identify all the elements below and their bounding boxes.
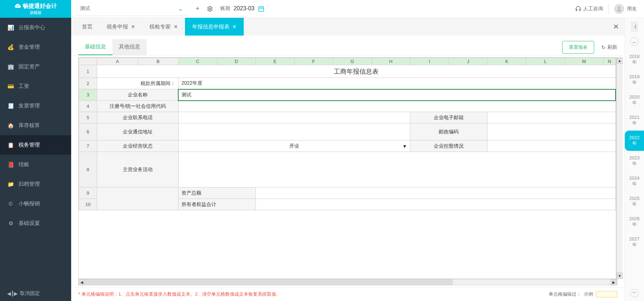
sidebar-unpin[interactable]: ◀┃▶ 取消固定 — [0, 286, 71, 301]
col-header[interactable]: J — [449, 58, 487, 65]
equity-label[interactable]: 所有者权益合计 — [178, 199, 255, 210]
period-value-cell[interactable]: 2022年度 — [178, 78, 616, 89]
user-section[interactable]: 用友 — [608, 4, 637, 14]
row-header[interactable]: 3 — [79, 89, 97, 101]
year-item[interactable]: 2022年 — [625, 131, 644, 151]
col-header[interactable]: D — [217, 58, 256, 65]
year-item[interactable]: 2020年 — [625, 90, 644, 110]
row-header[interactable]: 4 — [79, 101, 97, 112]
company-name-value[interactable]: 测试 — [178, 89, 616, 101]
close-icon[interactable]: ✕ — [174, 24, 178, 30]
scroll-down-icon[interactable]: ▼ — [617, 273, 623, 279]
consult-button[interactable]: 人工咨询 — [575, 6, 603, 12]
status-label[interactable]: 企业经营状态 — [97, 141, 179, 152]
collapse-right-icon[interactable]: 《 — [631, 21, 638, 32]
address-label[interactable]: 企业通信地址 — [97, 123, 179, 141]
tab-annual-report[interactable]: 年报信息申报表 ✕ — [185, 18, 244, 36]
reg-number-value[interactable] — [178, 101, 616, 112]
account-selector[interactable]: 测试 ⌄ — [75, 2, 189, 16]
col-header[interactable]: G — [333, 58, 372, 65]
col-header[interactable]: A — [97, 58, 138, 65]
company-name-label[interactable]: 企业名称 — [97, 89, 179, 101]
close-all-icon[interactable]: ✕ — [613, 22, 619, 31]
col-header[interactable]: H — [371, 58, 410, 65]
corner-cell[interactable] — [79, 58, 97, 65]
sidebar-item-archive[interactable]: 📁 归档管理 — [0, 174, 71, 194]
col-header[interactable]: I — [410, 58, 449, 65]
email-label[interactable]: 企业电子邮箱 — [410, 112, 487, 123]
sidebar-item-assets[interactable]: 🏢 固定资产 — [0, 57, 71, 76]
close-icon[interactable]: ✕ — [232, 24, 237, 30]
year-item[interactable]: 2024年 — [625, 171, 644, 191]
tab-declaration[interactable]: 税务申报 ✕ — [100, 18, 142, 36]
year-item[interactable]: 2026年 — [625, 212, 644, 232]
col-header[interactable]: F — [294, 58, 333, 65]
sidebar-item-settings[interactable]: ⚙ 基础设置 — [0, 213, 71, 233]
sidebar-item-invoice[interactable]: 🧾 发票管理 — [0, 96, 71, 116]
address-value[interactable] — [178, 123, 410, 141]
col-header[interactable]: B — [138, 58, 178, 65]
status-dropdown[interactable]: 开业 ▼ — [178, 141, 410, 152]
reg-number-label[interactable]: 注册号/统一社会信用代码 — [97, 101, 179, 112]
financial-group[interactable] — [97, 188, 179, 210]
holding-label[interactable]: 企业控股情况 — [410, 141, 487, 152]
period-label-cell[interactable]: 税款所属期间： — [97, 78, 179, 89]
year-item[interactable]: 2025年 — [625, 191, 644, 212]
email-value[interactable] — [487, 112, 616, 123]
equity-value[interactable] — [256, 199, 616, 210]
col-header[interactable]: N — [603, 58, 616, 65]
postcode-label[interactable]: 邮政编码 — [410, 123, 487, 141]
scroll-right-icon[interactable]: ▶ — [611, 279, 617, 285]
col-header[interactable]: C — [178, 58, 217, 65]
reset-button[interactable]: 重置报表 — [562, 41, 594, 54]
subtab-basic[interactable]: 基础信息 — [78, 39, 112, 55]
row-header[interactable]: 5 — [79, 112, 97, 123]
col-header[interactable]: M — [565, 58, 603, 65]
logo-section[interactable]: 畅捷通好会计 旗舰版 — [0, 0, 71, 18]
row-header[interactable]: 10 — [79, 199, 97, 210]
row-header[interactable]: 8 — [79, 152, 97, 188]
year-item[interactable]: 2021年 — [625, 110, 644, 131]
year-item[interactable]: 2027年 — [625, 232, 644, 252]
tab-expert[interactable]: 税检专家 ✕ — [142, 18, 185, 36]
gear-icon[interactable] — [207, 5, 213, 12]
add-icon[interactable]: + — [196, 5, 200, 12]
horizontal-scrollbar[interactable]: ◀ ▶ — [78, 279, 617, 285]
business-label[interactable]: 主营业务活动 — [97, 152, 179, 188]
sidebar-item-expense[interactable]: © 小畅报销 — [0, 194, 71, 213]
phone-label[interactable]: 企业联系电话 — [97, 112, 179, 123]
row-header[interactable]: 9 — [79, 188, 97, 199]
row-header[interactable]: 6 — [79, 123, 97, 141]
spreadsheet[interactable]: A B C D E F G H I J K L M N — [78, 57, 616, 279]
tab-home[interactable]: 首页 — [75, 18, 100, 36]
holding-value[interactable] — [487, 141, 616, 152]
col-header[interactable]: L — [526, 58, 565, 65]
calendar-icon[interactable] — [258, 5, 264, 12]
year-item[interactable]: 2023年 — [625, 151, 644, 171]
row-header[interactable]: 7 — [79, 141, 97, 152]
business-value[interactable] — [178, 152, 616, 188]
sidebar-item-closing[interactable]: 📕 结账 — [0, 155, 71, 174]
close-icon[interactable]: ✕ — [131, 24, 135, 30]
postcode-value[interactable] — [487, 123, 616, 141]
col-header[interactable]: E — [256, 58, 295, 65]
sidebar-item-cloud-report[interactable]: 📊 云报表中心 — [0, 18, 71, 37]
row-header[interactable]: 2 — [79, 78, 97, 89]
col-header[interactable]: K — [487, 58, 526, 65]
row-header[interactable]: 1 — [79, 65, 97, 78]
phone-value[interactable] — [178, 112, 410, 123]
assets-label[interactable]: 资产总额 — [178, 188, 255, 199]
sidebar-item-salary[interactable]: 💳 工资 — [0, 76, 71, 96]
refresh-button[interactable]: ↻ 刷新 — [601, 44, 617, 51]
scroll-left-icon[interactable]: ◀ — [79, 279, 85, 285]
assets-value[interactable] — [256, 188, 616, 199]
year-scroll-down[interactable]: ︾ — [630, 289, 639, 297]
scroll-up-icon[interactable]: ▲ — [617, 57, 623, 64]
subtab-other[interactable]: 其他信息 — [112, 39, 147, 55]
vertical-scrollbar[interactable]: ▲ ▼ — [616, 57, 623, 279]
sidebar-item-inventory[interactable]: 🏠 库存核算 — [0, 116, 71, 135]
year-scroll-up[interactable]: ︽ — [630, 37, 639, 46]
year-item[interactable]: 2019年 — [625, 70, 644, 90]
sidebar-item-fund[interactable]: 💰 资金管理 — [0, 37, 71, 57]
sidebar-item-tax[interactable]: 📋 税务管理 — [0, 135, 71, 155]
